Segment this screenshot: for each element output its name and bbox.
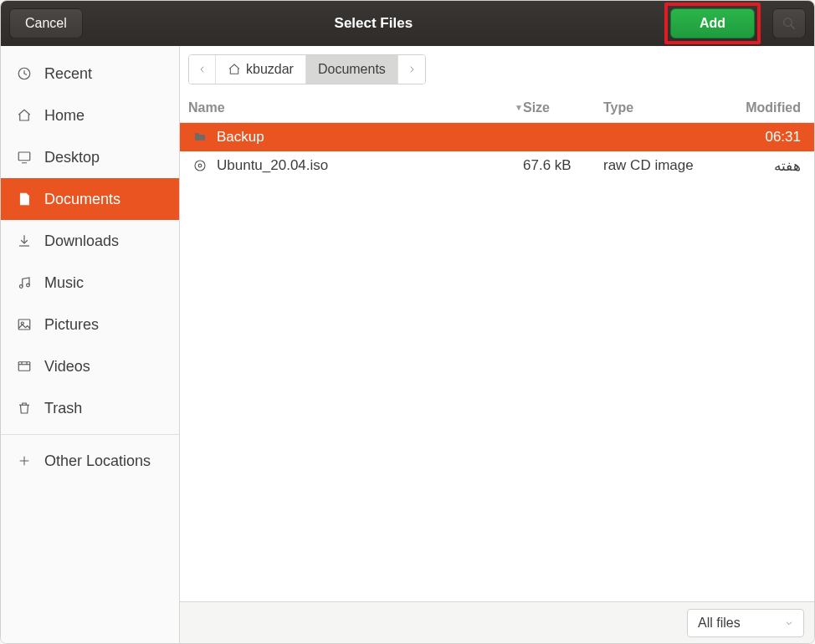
- desktop-icon: [17, 150, 32, 165]
- sidebar-item-other-locations[interactable]: Other Locations: [1, 440, 179, 482]
- sidebar-separator: [1, 434, 179, 435]
- download-icon: [17, 233, 32, 248]
- add-button-highlight: Add: [664, 3, 761, 44]
- sidebar-item-label: Recent: [44, 65, 92, 83]
- sidebar-item-videos[interactable]: Videos: [1, 345, 179, 387]
- sidebar-item-label: Home: [44, 107, 85, 125]
- search-icon: [782, 16, 797, 31]
- path-bar: kbuzdar Documents: [180, 46, 814, 93]
- file-filter-combo[interactable]: All files: [687, 609, 804, 637]
- chevron-down-icon: [785, 619, 793, 627]
- main-panel: kbuzdar Documents Name ▼ Size: [180, 46, 814, 643]
- path-segments: kbuzdar Documents: [188, 54, 426, 84]
- sort-indicator-icon: ▼: [515, 103, 523, 112]
- svg-rect-12: [18, 362, 30, 371]
- plus-icon: [18, 454, 31, 468]
- sidebar-item-music[interactable]: Music: [1, 262, 179, 304]
- home-icon: [17, 108, 32, 123]
- path-segment-home[interactable]: kbuzdar: [216, 55, 306, 84]
- file-modified: 06:31: [729, 129, 806, 146]
- file-modified: هفته: [729, 157, 806, 175]
- path-back-button[interactable]: [189, 55, 216, 84]
- sidebar-item-label: Desktop: [44, 149, 100, 166]
- sidebar-item-label: Videos: [44, 358, 90, 376]
- clock-icon: [17, 66, 32, 81]
- svg-point-18: [195, 161, 205, 171]
- sidebar-item-downloads[interactable]: Downloads: [1, 220, 179, 262]
- svg-point-0: [784, 18, 792, 27]
- file-row[interactable]: Backup 06:31: [180, 123, 814, 151]
- path-forward-button[interactable]: [398, 55, 425, 84]
- sidebar: Recent Home Desktop Documents Downloads: [1, 46, 180, 643]
- cancel-button[interactable]: Cancel: [9, 8, 83, 38]
- sidebar-item-label: Other Locations: [44, 452, 151, 470]
- pictures-icon: [17, 317, 32, 332]
- disc-icon: [192, 158, 208, 173]
- file-name: Backup: [217, 129, 264, 146]
- svg-point-9: [27, 284, 30, 287]
- svg-rect-3: [18, 152, 30, 161]
- add-button[interactable]: Add: [670, 8, 755, 38]
- sidebar-item-label: Downloads: [44, 233, 119, 250]
- chevron-left-icon: [198, 64, 207, 74]
- search-button[interactable]: [772, 8, 806, 38]
- sidebar-item-documents[interactable]: Documents: [1, 178, 179, 220]
- column-header-name[interactable]: Name ▼: [188, 100, 523, 115]
- window-title: Select Files: [90, 15, 658, 32]
- home-icon: [228, 63, 241, 76]
- path-segment-label: kbuzdar: [246, 62, 294, 77]
- videos-icon: [17, 359, 32, 374]
- sidebar-item-pictures[interactable]: Pictures: [1, 304, 179, 345]
- sidebar-item-trash[interactable]: Trash: [1, 387, 179, 429]
- svg-point-8: [19, 285, 23, 289]
- svg-point-19: [198, 164, 202, 167]
- chevron-right-icon: [408, 64, 416, 74]
- svg-rect-10: [18, 319, 30, 330]
- column-header-size[interactable]: Size: [523, 100, 603, 115]
- sidebar-item-desktop[interactable]: Desktop: [1, 136, 179, 178]
- column-header-type[interactable]: Type: [603, 100, 729, 115]
- svg-line-1: [791, 25, 795, 29]
- column-headers: Name ▼ Size Type Modified: [180, 93, 814, 123]
- file-name: Ubuntu_20.04.iso: [217, 157, 328, 174]
- path-segment-current[interactable]: Documents: [306, 55, 398, 84]
- path-segment-label: Documents: [318, 62, 386, 77]
- file-size: 67.6 kB: [523, 157, 603, 174]
- sidebar-item-home[interactable]: Home: [1, 95, 179, 136]
- file-list: Backup 06:31 Ubuntu_20.04.iso 67.6 kB ra…: [180, 123, 814, 601]
- file-row[interactable]: Ubuntu_20.04.iso 67.6 kB raw CD image هف…: [180, 151, 814, 180]
- documents-icon: [17, 192, 32, 207]
- sidebar-item-label: Trash: [44, 400, 82, 417]
- sidebar-item-recent[interactable]: Recent: [1, 53, 179, 95]
- file-filter-label: All files: [698, 616, 741, 631]
- column-header-modified[interactable]: Modified: [729, 100, 806, 115]
- header-bar: Cancel Select Files Add: [1, 1, 814, 46]
- folder-icon: [192, 130, 208, 143]
- sidebar-item-label: Pictures: [44, 316, 99, 334]
- trash-icon: [17, 401, 32, 416]
- footer: All files: [180, 601, 814, 643]
- sidebar-item-label: Documents: [44, 191, 120, 208]
- sidebar-item-label: Music: [44, 274, 84, 292]
- file-type: raw CD image: [603, 157, 729, 174]
- music-icon: [17, 275, 32, 290]
